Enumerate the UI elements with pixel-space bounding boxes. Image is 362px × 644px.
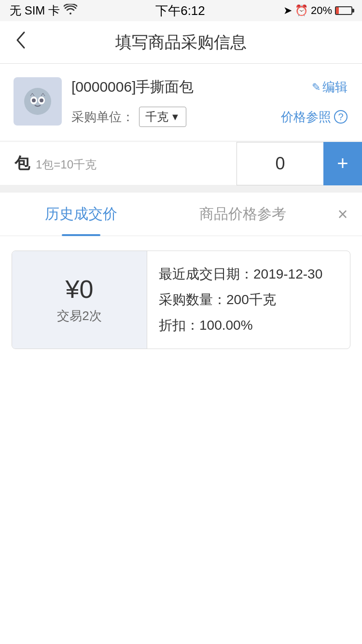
price-transactions: 交易2次 bbox=[57, 308, 101, 324]
unit-select[interactable]: 千克 ▼ bbox=[139, 107, 186, 127]
quantity-value: 0 bbox=[275, 154, 285, 174]
tab-history-price[interactable]: 历史成交价 bbox=[0, 193, 162, 236]
close-icon: × bbox=[337, 204, 348, 224]
product-unit-row: 采购单位： 千克 ▼ 价格参照 ? bbox=[71, 107, 348, 127]
status-time: 下午6:12 bbox=[155, 2, 205, 19]
price-ref-link[interactable]: 价格参照 ? bbox=[281, 109, 348, 126]
edit-button[interactable]: ✎ 编辑 bbox=[312, 79, 348, 96]
recent-date-value: 2019-12-30 bbox=[253, 266, 322, 281]
quantity-unit-name: 包 bbox=[14, 153, 30, 174]
tabs-header: 历史成交价 商品价格参考 × bbox=[0, 193, 362, 236]
section-divider bbox=[0, 185, 362, 193]
svg-point-3 bbox=[32, 98, 36, 102]
status-bar: 无 SIM 卡 下午6:12 ➤ ⏰ 20% bbox=[0, 0, 362, 21]
quantity-plus-button[interactable]: + bbox=[323, 142, 362, 185]
battery-icon bbox=[335, 6, 352, 15]
quantity-section: 包 1包=10千克 0 + bbox=[0, 141, 362, 185]
history-details-col: 最近成交日期：2019-12-30 采购数量：200千克 折扣：100.00% bbox=[147, 251, 350, 349]
unit-value: 千克 bbox=[145, 109, 168, 125]
edit-label: 编辑 bbox=[322, 79, 348, 96]
product-name-row: [0000006]手撕面包 ✎ 编辑 bbox=[71, 77, 348, 97]
page-title: 填写商品采购信息 bbox=[115, 31, 247, 54]
recent-date-label: 最近成交日期： bbox=[159, 266, 253, 281]
status-left: 无 SIM 卡 bbox=[10, 3, 77, 18]
wifi-icon bbox=[64, 4, 77, 17]
alarm-icon: ⏰ bbox=[295, 4, 308, 17]
location-icon: ➤ bbox=[283, 4, 292, 17]
history-price-card: ¥0 交易2次 最近成交日期：2019-12-30 采购数量：200千克 折扣：… bbox=[12, 251, 350, 349]
product-card: [0000006]手撕面包 ✎ 编辑 采购单位： 千克 ▼ 价格参照 ? bbox=[0, 64, 362, 140]
unit-label-text: 采购单位： bbox=[71, 109, 134, 126]
quantity-input[interactable]: 0 bbox=[237, 142, 323, 185]
product-full-name: [0000006]手撕面包 bbox=[71, 77, 194, 97]
tabs-panel: 历史成交价 商品价格参考 × ¥0 交易2次 最近成交日期：2019-12-30 bbox=[0, 193, 362, 364]
svg-point-4 bbox=[40, 98, 43, 102]
nav-bar: 填写商品采购信息 bbox=[0, 21, 362, 64]
back-button[interactable] bbox=[14, 30, 26, 54]
discount-label: 折扣： bbox=[159, 318, 199, 333]
price-value: 0 bbox=[80, 275, 94, 303]
discount-row: 折扣：100.00% bbox=[159, 316, 338, 335]
quantity-conversion: 1包=10千克 bbox=[36, 157, 97, 172]
quantity-label-group: 包 1包=10千克 bbox=[14, 153, 97, 174]
price-ref-label: 价格参照 bbox=[281, 109, 331, 126]
dropdown-arrow-icon: ▼ bbox=[170, 112, 180, 123]
bottom-space bbox=[0, 364, 362, 644]
tab-price-ref-label: 商品价格参考 bbox=[199, 204, 286, 224]
history-price-col: ¥0 交易2次 bbox=[12, 251, 147, 349]
recent-date-row: 最近成交日期：2019-12-30 bbox=[159, 265, 338, 283]
product-details: [0000006]手撕面包 ✎ 编辑 采购单位： 千克 ▼ 价格参照 ? bbox=[71, 77, 348, 127]
tab-content-history: ¥0 交易2次 最近成交日期：2019-12-30 采购数量：200千克 折扣：… bbox=[0, 236, 362, 364]
plus-icon: + bbox=[337, 153, 348, 174]
tab-active-indicator bbox=[62, 234, 100, 236]
product-image bbox=[14, 77, 62, 126]
tab-price-ref[interactable]: 商品价格参考 bbox=[162, 193, 323, 236]
status-right: ➤ ⏰ 20% bbox=[283, 4, 352, 17]
quantity-controls: 0 + bbox=[237, 142, 362, 185]
tab-close-button[interactable]: × bbox=[323, 193, 362, 236]
unit-label: 采购单位： 千克 ▼ bbox=[71, 107, 186, 127]
purchase-qty-value: 200千克 bbox=[226, 292, 276, 307]
tab-history-price-label: 历史成交价 bbox=[45, 204, 117, 224]
battery-percent: 20% bbox=[311, 4, 332, 17]
price-amount: ¥0 bbox=[66, 275, 94, 304]
currency-symbol: ¥ bbox=[66, 275, 80, 303]
edit-icon: ✎ bbox=[312, 81, 320, 94]
help-icon: ? bbox=[334, 110, 348, 124]
purchase-qty-label: 采购数量： bbox=[159, 292, 226, 307]
discount-value: 100.00% bbox=[199, 318, 253, 333]
svg-point-0 bbox=[24, 88, 51, 115]
carrier-text: 无 SIM 卡 bbox=[10, 3, 60, 18]
purchase-qty-row: 采购数量：200千克 bbox=[159, 290, 338, 309]
